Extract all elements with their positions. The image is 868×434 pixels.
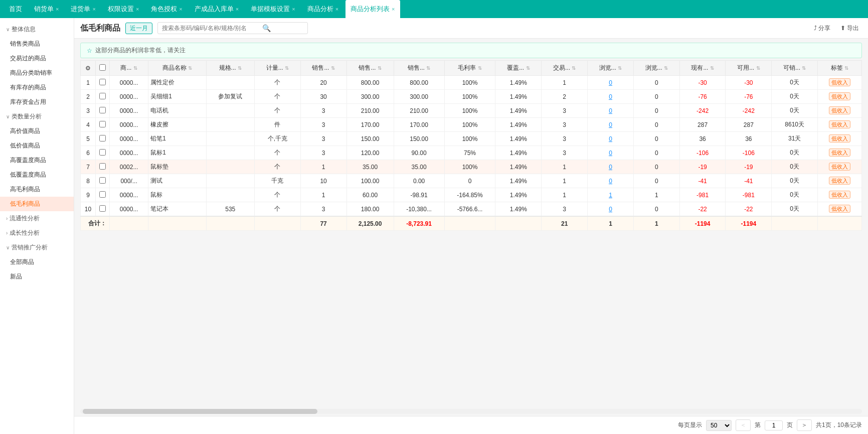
sidebar-group-marketing[interactable]: ∨ 营销推广分析 — [0, 240, 74, 255]
sidebar-item-new-goods[interactable]: 新品 — [0, 269, 74, 284]
row-select-checkbox[interactable] — [99, 191, 106, 198]
select-all-checkbox[interactable] — [99, 64, 106, 71]
close-icon[interactable]: × — [56, 6, 59, 12]
close-icon[interactable]: × — [179, 6, 182, 12]
nav-item-role[interactable]: 角色授权 × — [146, 0, 187, 18]
search-icon[interactable]: 🔍 — [262, 24, 271, 32]
row-select-checkbox[interactable] — [99, 79, 106, 85]
row-select-checkbox[interactable] — [99, 177, 106, 184]
col-code[interactable]: 商... ⇅ — [110, 61, 148, 76]
row-gross-margin: 100% — [444, 90, 495, 104]
sidebar-item-all-goods[interactable]: 全部商品 — [0, 255, 74, 269]
col-available[interactable]: 可用... ⇅ — [726, 61, 772, 76]
row-checkbox[interactable] — [96, 104, 110, 118]
row-checkbox[interactable] — [96, 188, 110, 202]
row-views-link[interactable]: 0 — [588, 160, 634, 174]
sidebar-group-quantity[interactable]: ∨ 类数量分析 — [0, 109, 74, 124]
row-views-link[interactable]: 1 — [588, 188, 634, 202]
horizontal-scrollbar[interactable] — [80, 409, 862, 414]
row-views-link[interactable]: 0 — [588, 76, 634, 90]
col-sales-price[interactable]: 销售... ⇅ — [346, 61, 394, 76]
prev-page-button[interactable]: ＜ — [736, 419, 751, 431]
row-checkbox[interactable] — [96, 146, 110, 160]
sidebar-item-high-margin[interactable]: 高毛利商品 — [0, 182, 74, 197]
col-name[interactable]: 商品名称 ⇅ — [148, 61, 206, 76]
nav-item-analysis-list[interactable]: 商品分析列表 × — [345, 0, 400, 18]
nav-item-product-analysis[interactable]: 商品分析 × — [302, 0, 343, 18]
sidebar-group-overall[interactable]: ∨ 整体信息 — [0, 22, 74, 37]
row-views-link[interactable]: 0 — [588, 118, 634, 132]
sidebar-item-in-stock[interactable]: 有库存的商品 — [0, 80, 74, 95]
row-views-link[interactable]: 0 — [588, 146, 634, 160]
close-icon[interactable]: × — [335, 6, 338, 12]
col-tag[interactable]: 标签 ⇅ — [818, 61, 862, 76]
row-views-link[interactable]: 0 — [588, 90, 634, 104]
row-checkbox[interactable] — [96, 202, 110, 217]
col-sales-qty[interactable]: 销售... ⇅ — [300, 61, 346, 76]
col-coverage[interactable]: 覆盖... ⇅ — [495, 61, 542, 76]
close-icon[interactable]: × — [136, 6, 139, 12]
row-coverage: 1.49% — [495, 146, 542, 160]
col-checkbox[interactable] — [96, 61, 110, 76]
col-transactions[interactable]: 交易... ⇅ — [542, 61, 588, 76]
sidebar-item-sales-rate[interactable]: 商品分类助销率 — [0, 66, 74, 80]
close-icon[interactable]: × — [392, 6, 395, 12]
nav-item-template[interactable]: 单据模板设置 × — [246, 0, 300, 18]
row-checkbox[interactable] — [96, 132, 110, 146]
row-checkbox[interactable] — [96, 76, 110, 90]
row-views-link[interactable]: 0 — [588, 202, 634, 217]
sidebar-item-sales-goods[interactable]: 销售类商品 — [0, 37, 74, 51]
col-current-stock[interactable]: 现有... ⇅ — [679, 61, 726, 76]
row-checkbox[interactable] — [96, 90, 110, 104]
col-unit[interactable]: 计量... ⇅ — [254, 61, 300, 76]
row-checkbox[interactable] — [96, 118, 110, 132]
scrollbar-thumb[interactable] — [83, 409, 317, 414]
close-icon[interactable]: × — [236, 6, 239, 12]
col-spec[interactable]: 规格... ⇅ — [206, 61, 254, 76]
search-input[interactable] — [162, 25, 262, 32]
share-button[interactable]: ⤴ 分享 — [811, 23, 833, 34]
current-page-input[interactable] — [765, 420, 783, 430]
sidebar-group-growth[interactable]: › 成长性分析 — [0, 226, 74, 240]
sidebar-item-high-coverage[interactable]: 高覆盖度商品 — [0, 153, 74, 168]
sidebar-group-circulation-label: 流通性分析 — [10, 214, 40, 223]
next-page-button[interactable]: ＞ — [797, 419, 812, 431]
sidebar-item-high-value[interactable]: 高价值商品 — [0, 124, 74, 138]
per-page-select[interactable]: 50 100 200 — [706, 420, 732, 431]
nav-item-sales[interactable]: 销货单 × — [29, 0, 64, 18]
col-sales-amount[interactable]: 销售... ⇅ — [394, 61, 444, 76]
col-gross-margin[interactable]: 毛利率 ⇅ — [444, 61, 495, 76]
row-select-checkbox[interactable] — [99, 121, 106, 127]
row-unit: 个 — [254, 104, 300, 118]
row-checkbox[interactable] — [96, 174, 110, 188]
row-select-checkbox[interactable] — [99, 107, 106, 113]
row-select-checkbox[interactable] — [99, 149, 106, 156]
col-views[interactable]: 浏览... ⇅ — [633, 61, 679, 76]
row-select-checkbox[interactable] — [99, 135, 106, 141]
row-select-checkbox[interactable] — [99, 93, 106, 99]
close-icon[interactable]: × — [92, 6, 95, 12]
col-sellable[interactable]: 可销... ⇅ — [772, 61, 818, 76]
nav-item-purchase[interactable]: 进货单 × — [66, 0, 100, 18]
row-views-link[interactable]: 0 — [588, 132, 634, 146]
row-sales-qty: 3 — [300, 202, 346, 217]
sidebar-item-low-coverage[interactable]: 低覆盖度商品 — [0, 168, 74, 182]
row-checkbox[interactable] — [96, 160, 110, 174]
row-views-link[interactable]: 0 — [588, 104, 634, 118]
col-settings[interactable]: ⚙ — [81, 61, 96, 76]
nav-item-product-entry[interactable]: 产成品入库单 × — [190, 0, 244, 18]
export-button[interactable]: ⬆ 导出 — [837, 23, 862, 34]
row-views-link[interactable]: 0 — [588, 174, 634, 188]
sidebar-item-low-margin[interactable]: 低毛利商品 — [0, 197, 74, 211]
sidebar-group-circulation[interactable]: › 流通性分析 — [0, 211, 74, 226]
date-filter-button[interactable]: 近一月 — [125, 23, 152, 34]
nav-item-home[interactable]: 首页 — [4, 0, 27, 18]
nav-item-permission[interactable]: 权限设置 × — [103, 0, 144, 18]
close-icon[interactable]: × — [292, 6, 295, 12]
sidebar-item-traded-goods[interactable]: 交易过的商品 — [0, 51, 74, 66]
row-select-checkbox[interactable] — [99, 163, 106, 170]
row-select-checkbox[interactable] — [99, 205, 106, 212]
sidebar-item-stock-fund[interactable]: 库存资金占用 — [0, 95, 74, 109]
sidebar-item-low-value[interactable]: 低价值商品 — [0, 138, 74, 153]
col-views-link[interactable]: 浏览... ⇅ — [588, 61, 634, 76]
